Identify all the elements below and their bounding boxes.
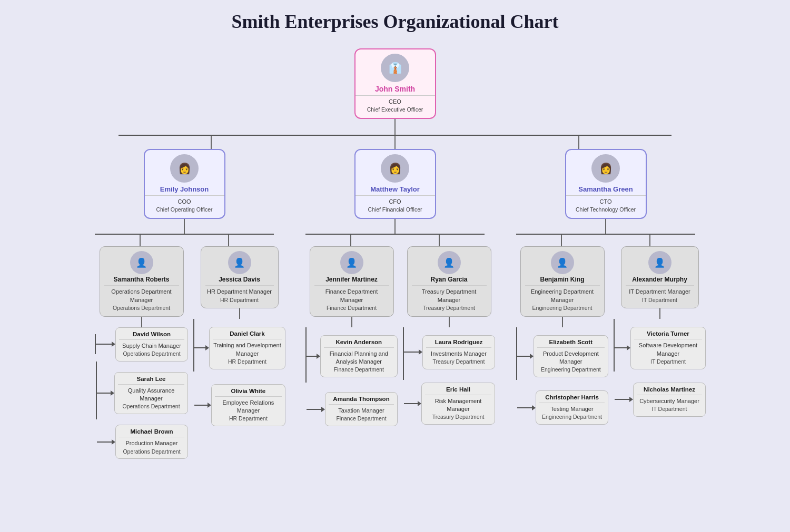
mgr-jessica-avatar: 👤 bbox=[228, 251, 251, 274]
mgr-benjamin-branch: 👤 Benjamin King Engineering Department M… bbox=[516, 246, 608, 425]
org-chart: 👔 John Smith CEO Chief Executive Officer… bbox=[11, 48, 779, 459]
mgr-benjamin-dept: Engineering Department bbox=[525, 304, 600, 312]
mgr-alexander-branch: 👤 Alexander Murphy IT Department Manager… bbox=[614, 246, 706, 417]
mgr-jessica-dept: HR Department bbox=[205, 296, 274, 304]
mgr-alexander-avatar: 👤 bbox=[648, 251, 671, 274]
coo-mgr-row: 👤 Samantha Roberts Operations Department… bbox=[95, 246, 274, 459]
vp-coo-avatar: 👩 bbox=[170, 154, 199, 183]
cto-mgr-row: 👤 Benjamin King Engineering Department M… bbox=[516, 246, 695, 425]
vp-cto-avatar: 👩 bbox=[591, 154, 620, 183]
ceo-branch: 👔 John Smith CEO Chief Executive Officer bbox=[118, 48, 671, 149]
sub-victoria-node: Victoria Turner Software Development Man… bbox=[630, 327, 706, 369]
ceo-down-line bbox=[394, 119, 396, 135]
mgr-ryan-node: 👤 Ryan Garcia Treasury Department Manage… bbox=[407, 246, 491, 316]
ceo-title: CEO bbox=[355, 98, 435, 106]
vp-cto-branch: 👩 Samantha Green CTO Chief Technology Of… bbox=[500, 149, 711, 425]
vp-row: 👩 Emily Johnson COO Chief Operating Offi… bbox=[79, 149, 711, 459]
vp-cto-title: CTO bbox=[566, 198, 646, 206]
sub-david-node: David Wilson Supply Chain Manager Operat… bbox=[115, 327, 188, 362]
ceo-node: 👔 John Smith CEO Chief Executive Officer bbox=[354, 48, 436, 119]
vp-cfo-subtitle: Chief Financial Officer bbox=[355, 206, 435, 214]
vp-cfo-branch: 👩 Matthew Taylor CFO Chief Financial Off… bbox=[290, 149, 500, 426]
mgr-ryan-name: Ryan Garcia bbox=[412, 276, 487, 283]
ceo-subtitle: Chief Executive Officer bbox=[355, 106, 435, 114]
mgr-jennifer-role: Finance Department Manager bbox=[314, 288, 389, 304]
vp-drop-lines bbox=[118, 136, 671, 149]
ceo-avatar: 👔 bbox=[381, 54, 409, 82]
mgr-alexander-dept: IT Department bbox=[626, 296, 694, 304]
ceo-bracket bbox=[118, 135, 671, 149]
mgr-benjamin-avatar: 👤 bbox=[551, 251, 574, 274]
vp-coo-node: 👩 Emily Johnson COO Chief Operating Offi… bbox=[144, 149, 225, 219]
ceo-h-line bbox=[118, 135, 671, 136]
mgr-jennifer-dept: Finance Department bbox=[314, 304, 389, 312]
mgr-samantha-role: Operations Department Manager bbox=[104, 288, 179, 304]
vp-coo-branch: 👩 Emily Johnson COO Chief Operating Offi… bbox=[79, 149, 290, 459]
mgr-alexander-name: Alexander Murphy bbox=[626, 276, 694, 283]
sub-kevin-node: Kevin Anderson Financial Planning and An… bbox=[320, 335, 398, 377]
mgr-ryan-branch: 👤 Ryan Garcia Treasury Department Manage… bbox=[403, 246, 495, 425]
vp-coo-name: Emily Johnson bbox=[145, 185, 224, 193]
vp-cto-name: Samantha Green bbox=[566, 185, 646, 193]
vp-coo-subtitle: Chief Operating Officer bbox=[145, 206, 224, 214]
cfo-mgr-row: 👤 Jennifer Martinez Finance Department M… bbox=[305, 246, 485, 426]
sub-eric-node: Eric Hall Risk Management Manager Treasu… bbox=[421, 383, 495, 425]
mgr-jessica-role: HR Department Manager bbox=[205, 288, 274, 296]
mgr-benjamin-name: Benjamin King bbox=[525, 276, 600, 283]
mgr-jessica-name: Jessica Davis bbox=[205, 276, 274, 283]
mgr-ryan-avatar: 👤 bbox=[438, 251, 461, 274]
mgr-samantha-branch: 👤 Samantha Roberts Operations Department… bbox=[95, 246, 188, 459]
sub-sarah-node: Sarah Lee Quality Assurance Manager Oper… bbox=[114, 372, 188, 414]
sub-elizabeth-node: Elizabeth Scott Product Development Mana… bbox=[534, 335, 608, 377]
mgr-samantha-avatar: 👤 bbox=[130, 251, 153, 274]
vp-cto-subtitle: Chief Technology Officer bbox=[566, 206, 646, 214]
sub-christopher-node: Christopher Harris Testing Manager Engin… bbox=[536, 390, 608, 425]
mgr-jennifer-name: Jennifer Martinez bbox=[314, 276, 389, 283]
mgr-alexander-node: 👤 Alexander Murphy IT Department Manager… bbox=[621, 246, 699, 308]
mgr-samantha-name: Samantha Roberts bbox=[104, 276, 179, 283]
sub-amanda-node: Amanda Thompson Taxation Manager Finance… bbox=[325, 392, 398, 426]
sub-michael-node: Michael Brown Production Manager Operati… bbox=[115, 425, 188, 459]
sub-olivia-node: Olivia White Employee Relations Manager … bbox=[211, 384, 285, 426]
mgr-ryan-role: Treasury Department Manager bbox=[412, 288, 487, 304]
mgr-ryan-dept: Treasury Department bbox=[412, 304, 487, 312]
mgr-jennifer-node: 👤 Jennifer Martinez Finance Department M… bbox=[310, 246, 394, 316]
mgr-jennifer-branch: 👤 Jennifer Martinez Finance Department M… bbox=[305, 246, 398, 426]
sub-nicholas-node: Nicholas Martinez Cybersecurity Manager … bbox=[633, 383, 706, 417]
vp-cfo-name: Matthew Taylor bbox=[355, 185, 435, 193]
mgr-alexander-role: IT Department Manager bbox=[626, 288, 694, 296]
sub-daniel-node: Daniel Clark Training and Development Ma… bbox=[209, 327, 285, 369]
vp-cfo-avatar: 👩 bbox=[381, 154, 409, 183]
vp-coo-title: COO bbox=[145, 198, 224, 206]
mgr-jessica-node: 👤 Jessica Davis HR Department Manager HR… bbox=[201, 246, 279, 308]
mgr-benjamin-role: Engineering Department Manager bbox=[525, 288, 600, 304]
page-title: Smith Enterprises Organizational Chart bbox=[11, 11, 779, 33]
mgr-benjamin-node: 👤 Benjamin King Engineering Department M… bbox=[520, 246, 605, 316]
mgr-samantha-dept: Operations Department bbox=[104, 304, 179, 312]
vp-cto-node: 👩 Samantha Green CTO Chief Technology Of… bbox=[565, 149, 647, 219]
ceo-name: John Smith bbox=[355, 85, 435, 93]
vp-cfo-node: 👩 Matthew Taylor CFO Chief Financial Off… bbox=[354, 149, 436, 219]
mgr-jennifer-avatar: 👤 bbox=[340, 251, 363, 274]
mgr-samantha-node: 👤 Samantha Roberts Operations Department… bbox=[100, 246, 184, 316]
mgr-jessica-branch: 👤 Jessica Davis HR Department Manager HR… bbox=[193, 246, 285, 426]
vp-cfo-title: CFO bbox=[355, 198, 435, 206]
sub-laura-node: Laura Rodriguez Investments Manager Trea… bbox=[422, 335, 495, 369]
